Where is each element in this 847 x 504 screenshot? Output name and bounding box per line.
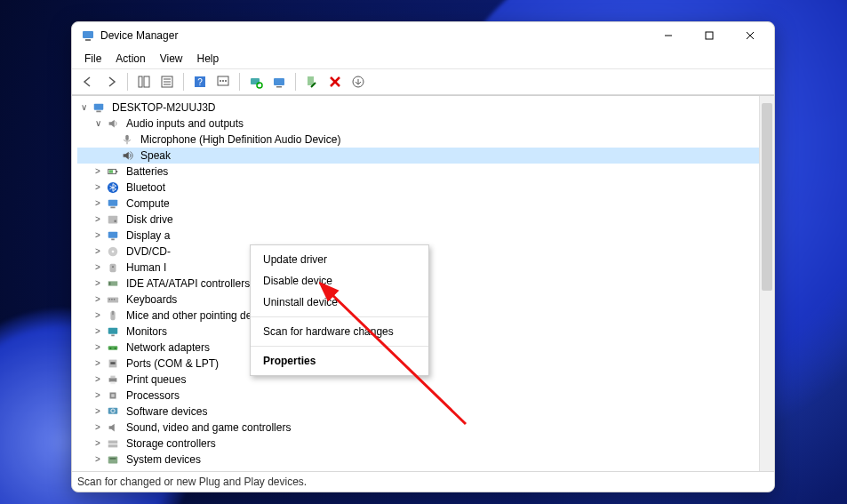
- svg-rect-47: [111, 299, 112, 300]
- twisty-icon[interactable]: >: [92, 372, 104, 388]
- twisty-icon[interactable]: >: [92, 244, 104, 260]
- uninstall-device-button[interactable]: [324, 71, 346, 92]
- tree-label: Processors: [124, 387, 182, 404]
- category-display[interactable]: >Display a: [77, 228, 759, 244]
- extra-button[interactable]: [348, 71, 369, 92]
- minimize-button[interactable]: [648, 22, 689, 49]
- device-speaker[interactable]: Speak: [77, 148, 759, 164]
- category-system[interactable]: >System devices: [77, 452, 759, 468]
- category-computer[interactable]: >Compute: [77, 196, 759, 212]
- category-audio[interactable]: ∨Audio inputs and outputs: [77, 116, 759, 132]
- help-button[interactable]: ?: [189, 71, 211, 92]
- svg-point-40: [112, 251, 115, 253]
- category-sound[interactable]: >Sound, video and game controllers: [77, 420, 759, 436]
- twisty-icon[interactable]: >: [92, 420, 104, 436]
- category-bluetooth[interactable]: >Bluetoot: [77, 180, 759, 196]
- twisty-icon[interactable]: ∨: [92, 116, 104, 132]
- twisty-icon[interactable]: >: [92, 340, 104, 356]
- menu-action[interactable]: Action: [108, 51, 152, 67]
- menu-view[interactable]: View: [153, 51, 190, 67]
- svg-rect-30: [116, 171, 118, 172]
- ports-icon: [106, 356, 120, 371]
- svg-rect-34: [110, 207, 115, 209]
- ctx-update-driver[interactable]: Update driver: [251, 249, 428, 270]
- enable-device-button[interactable]: [301, 71, 323, 92]
- properties-button[interactable]: [156, 71, 178, 92]
- keyboard-icon: [106, 292, 120, 307]
- svg-rect-1: [85, 39, 91, 41]
- bluetooth-icon: [106, 180, 120, 195]
- update-driver-button[interactable]: [268, 71, 290, 92]
- menubar: File Action View Help: [72, 49, 774, 69]
- context-menu: Update driver Disable device Uninstall d…: [250, 244, 429, 376]
- twisty-icon[interactable]: >: [92, 356, 104, 372]
- device-microphone[interactable]: Microphone (High Definition Audio Device…: [77, 132, 759, 148]
- svg-rect-20: [274, 78, 284, 85]
- tree-label: DVD/CD-: [124, 243, 173, 260]
- ctx-separator-2: [251, 346, 428, 347]
- ide-icon: [106, 276, 120, 291]
- category-software[interactable]: >Software devices: [77, 404, 759, 420]
- twisty-icon[interactable]: >: [92, 196, 104, 212]
- svg-rect-53: [108, 346, 118, 349]
- svg-rect-21: [276, 86, 282, 88]
- category-processor[interactable]: >Processors: [77, 388, 759, 404]
- menu-file[interactable]: File: [77, 51, 108, 67]
- titlebar: Device Manager: [72, 22, 774, 49]
- maximize-button[interactable]: [689, 22, 730, 49]
- nav-forward-button[interactable]: [100, 71, 122, 92]
- svg-rect-57: [110, 362, 115, 364]
- svg-rect-26: [94, 104, 104, 110]
- category-disk[interactable]: >Disk drive: [77, 212, 759, 228]
- show-hide-tree-button[interactable]: [133, 71, 155, 92]
- twisty-icon[interactable]: >: [92, 308, 104, 324]
- twisty-icon[interactable]: >: [92, 276, 104, 292]
- speaker-icon: [120, 148, 134, 163]
- nav-back-button[interactable]: [77, 71, 99, 92]
- ctx-uninstall-device[interactable]: Uninstall device: [251, 292, 428, 313]
- tree-label: Monitors: [124, 323, 170, 340]
- tree-label: System devices: [124, 451, 204, 468]
- twisty-icon[interactable]: >: [92, 228, 104, 244]
- twisty-icon[interactable]: >: [92, 436, 104, 452]
- twisty-icon[interactable]: >: [92, 324, 104, 340]
- twisty-icon[interactable]: >: [92, 260, 104, 276]
- tree-label: Display a: [124, 227, 172, 244]
- twisty-icon[interactable]: >: [92, 164, 104, 180]
- vertical-scrollbar[interactable]: [759, 96, 774, 471]
- twisty-icon[interactable]: ∨: [77, 100, 90, 116]
- tree-label: Software devices: [124, 403, 210, 420]
- twisty-icon[interactable]: >: [92, 452, 104, 468]
- svg-rect-67: [108, 457, 118, 464]
- twisty-icon[interactable]: >: [92, 212, 104, 228]
- tree-label: Storage controllers: [124, 435, 219, 452]
- ctx-disable-device[interactable]: Disable device: [251, 270, 428, 292]
- printer-icon: [106, 372, 120, 387]
- category-storage[interactable]: >Storage controllers: [77, 436, 759, 452]
- mouse-icon: [106, 308, 120, 323]
- svg-rect-68: [110, 458, 116, 459]
- twisty-icon[interactable]: >: [92, 388, 104, 404]
- menu-help[interactable]: Help: [190, 51, 227, 67]
- twisty-icon[interactable]: >: [92, 180, 104, 196]
- root-node[interactable]: ∨DESKTOP-M2UUJ3D: [77, 100, 759, 116]
- tree-label: Human I: [124, 259, 169, 276]
- ctx-scan-hardware[interactable]: Scan for hardware changes: [251, 321, 428, 342]
- category-battery[interactable]: >Batteries: [77, 164, 759, 180]
- close-button[interactable]: [730, 22, 771, 49]
- twisty-icon[interactable]: >: [92, 404, 104, 420]
- action-options-button[interactable]: [212, 71, 234, 92]
- tree-label: Disk drive: [124, 211, 176, 228]
- mic-icon: [120, 132, 134, 147]
- svg-rect-3: [706, 32, 713, 39]
- svg-rect-22: [308, 76, 314, 85]
- tree-label: Speak: [138, 147, 173, 164]
- computer-icon: [92, 100, 106, 115]
- processor-icon: [106, 388, 120, 403]
- twisty-icon[interactable]: >: [92, 292, 104, 308]
- ctx-properties[interactable]: Properties: [251, 350, 428, 372]
- tree-label: Sound, video and game controllers: [124, 419, 293, 436]
- tree-label: Batteries: [124, 163, 171, 180]
- scan-hardware-button[interactable]: [245, 71, 267, 92]
- network-icon: [106, 340, 120, 355]
